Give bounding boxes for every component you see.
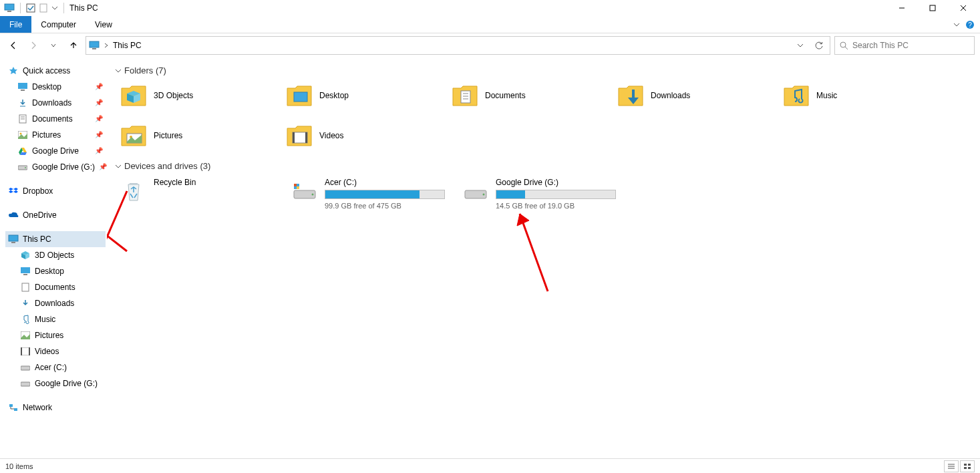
sidebar-item-acer-c[interactable]: Acer (C:) [5, 359, 106, 375]
drive-icon [462, 178, 489, 204]
drive-googledrive-g[interactable]: Google Drive (G:) 14.5 GB free of 19.0 G… [457, 175, 621, 212]
dropbox-icon [8, 186, 19, 196]
address-text: This PC [113, 41, 142, 50]
sidebar-item-label: Network [23, 403, 52, 412]
folder-videos[interactable]: Videos [281, 120, 441, 152]
sidebar-item-label: Music [35, 315, 55, 324]
music-icon [20, 314, 31, 325]
drive-icon [17, 162, 28, 172]
ribbon-collapse-icon[interactable] [953, 21, 960, 28]
tab-file[interactable]: File [0, 16, 31, 33]
videos-icon [20, 346, 31, 357]
sidebar-item-label: Acer (C:) [35, 363, 67, 372]
sidebar-item-onedrive[interactable]: OneDrive [5, 207, 106, 223]
sidebar-item-label: Downloads [35, 299, 74, 308]
qat-checkbox-icon[interactable] [26, 3, 35, 13]
close-button[interactable] [948, 0, 979, 16]
svg-rect-27 [23, 274, 27, 275]
address-chevron-icon[interactable] [104, 42, 109, 49]
tab-view[interactable]: View [86, 16, 122, 33]
tab-computer[interactable]: Computer [31, 16, 86, 33]
sidebar-item-downloads2[interactable]: Downloads [5, 295, 106, 311]
minimize-button[interactable] [886, 0, 917, 16]
desktop-icon [17, 82, 28, 92]
folder-downloads[interactable]: Downloads [612, 80, 772, 112]
sidebar-item-googledrive[interactable]: Google Drive 📌 [5, 143, 106, 159]
folder-3dobjects[interactable]: 3D Objects [115, 80, 275, 112]
folder-icon [783, 82, 810, 109]
address-bar[interactable]: This PC [86, 36, 830, 55]
help-icon[interactable]: ? [965, 20, 975, 29]
back-button[interactable] [5, 37, 21, 53]
svg-rect-34 [21, 382, 30, 386]
recent-dropdown-icon[interactable] [45, 37, 61, 53]
content-pane: Folders (7) 3D Objects Desktop Documents… [107, 57, 980, 458]
sidebar-item-dropbox[interactable]: Dropbox [5, 183, 106, 199]
svg-point-48 [312, 194, 314, 196]
ribbon: File Computer View ? [0, 16, 980, 33]
sidebar-item-documents[interactable]: Documents 📌 [5, 111, 106, 127]
group-header-folders[interactable]: Folders (7) [115, 65, 972, 75]
onedrive-icon [8, 210, 19, 220]
svg-rect-37 [294, 92, 307, 102]
sidebar-item-label: Videos [35, 347, 59, 356]
sidebar-item-pictures[interactable]: Pictures 📌 [5, 127, 106, 143]
sidebar-item-googledrive-g[interactable]: Google Drive (G:) 📌 [5, 159, 106, 175]
pin-icon: 📌 [95, 115, 103, 123]
sidebar-item-label: Downloads [32, 98, 71, 108]
address-dropdown-icon[interactable] [792, 37, 808, 53]
svg-rect-14 [18, 83, 27, 89]
search-input[interactable] [852, 41, 970, 50]
qat-dropdown-icon[interactable] [51, 5, 58, 11]
pin-icon: 📌 [95, 83, 103, 91]
drive-icon [20, 378, 31, 389]
sidebar-item-downloads[interactable]: Downloads 📌 [5, 95, 106, 111]
folder-desktop[interactable]: Desktop [281, 80, 441, 112]
forward-button[interactable] [25, 37, 41, 53]
search-box[interactable] [834, 36, 975, 55]
sidebar-item-label: Quick access [23, 66, 70, 75]
sidebar-item-label: Documents [32, 114, 73, 124]
sidebar-item-videos[interactable]: Videos [5, 343, 106, 359]
folders-grid: 3D Objects Desktop Documents Downloads M… [115, 80, 972, 152]
sidebar-item-label: Pictures [32, 130, 61, 140]
svg-rect-3 [40, 4, 47, 12]
sidebar-item-googledrive-g2[interactable]: Google Drive (G:) [5, 375, 106, 391]
svg-rect-30 [21, 347, 30, 355]
folder-documents[interactable]: Documents [446, 80, 607, 112]
sidebar-item-pictures2[interactable]: Pictures [5, 327, 106, 343]
view-details-button[interactable] [944, 460, 959, 472]
sidebar-item-3dobjects[interactable]: 3D Objects [5, 247, 106, 263]
drive-acer-c[interactable]: Acer (C:) 99.9 GB free of 475 GB [286, 175, 450, 212]
svg-rect-5 [930, 5, 935, 11]
sidebar-item-thispc[interactable]: This PC [5, 231, 106, 247]
drive-recyclebin[interactable]: Recycle Bin [115, 175, 279, 212]
sidebar-item-desktop[interactable]: Desktop 📌 [5, 79, 106, 95]
sidebar-item-desktop2[interactable]: Desktop [5, 263, 106, 279]
document-icon [17, 114, 28, 124]
up-button[interactable] [65, 37, 81, 53]
svg-rect-38 [461, 91, 470, 103]
drive-label: Acer (C:) [325, 178, 445, 187]
group-header-drives[interactable]: Devices and drives (3) [115, 161, 972, 171]
svg-point-53 [483, 194, 485, 196]
pin-icon: 📌 [99, 163, 107, 171]
drive-capacity-bar [325, 190, 445, 199]
sidebar-item-documents2[interactable]: Documents [5, 279, 106, 295]
maximize-button[interactable] [917, 0, 948, 16]
folder-label: Pictures [154, 131, 182, 140]
this-pc-icon [8, 234, 19, 245]
drive-label: Recycle Bin [154, 178, 274, 187]
refresh-button[interactable] [811, 37, 827, 53]
sidebar-item-music[interactable]: Music [5, 311, 106, 327]
svg-rect-1 [7, 11, 11, 12]
qat-doc-icon[interactable] [39, 3, 47, 13]
sidebar-quick-access[interactable]: Quick access [5, 63, 106, 79]
folder-music[interactable]: Music [778, 80, 938, 112]
svg-rect-10 [90, 41, 99, 47]
view-large-icons-button[interactable] [960, 460, 975, 472]
svg-text:?: ? [968, 21, 972, 29]
sidebar-item-label: Google Drive (G:) [35, 379, 98, 388]
sidebar-item-network[interactable]: Network [5, 400, 106, 416]
folder-pictures[interactable]: Pictures [115, 120, 275, 152]
